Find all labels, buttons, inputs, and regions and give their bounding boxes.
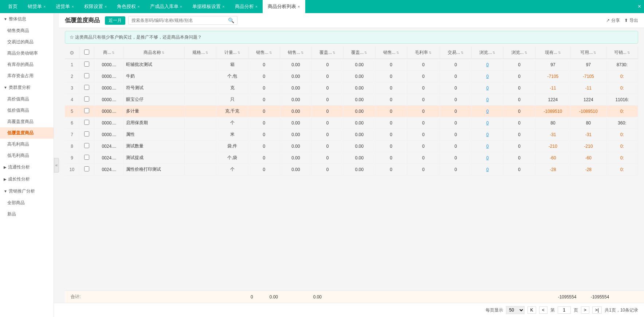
sort-stock2-icon[interactable]: ⇅ bbox=[593, 51, 596, 55]
close-role-auth-icon[interactable]: × bbox=[137, 4, 140, 9]
close-all-tabs-icon[interactable]: × bbox=[638, 3, 641, 10]
nav-permission-settings[interactable]: 权限设置 × bbox=[79, 0, 112, 13]
table-cell bbox=[185, 94, 216, 106]
nav-product-analysis[interactable]: 商品分析 × bbox=[230, 0, 263, 13]
sidebar-section-overall[interactable]: ▼ 整体信息 bbox=[0, 13, 54, 25]
close-finished-goods-icon[interactable]: × bbox=[180, 4, 182, 9]
col-gear[interactable]: ⚙ bbox=[65, 47, 79, 59]
share-button[interactable]: ↗ 分享 bbox=[606, 17, 620, 24]
search-icon[interactable]: 🔍 bbox=[228, 17, 234, 23]
close-purchase-order-icon[interactable]: × bbox=[71, 4, 74, 9]
col-sales3[interactable]: 销售...⇅ bbox=[375, 47, 407, 59]
nav-template-settings[interactable]: 单据模板设置 × bbox=[187, 0, 229, 13]
nav-finished-goods[interactable]: 产成品入库单 × bbox=[145, 0, 187, 13]
sidebar-item-low-coverage[interactable]: 低覆盖度商品 bbox=[0, 127, 54, 139]
nav-home[interactable]: 首页 bbox=[3, 0, 23, 13]
table-cell[interactable] bbox=[79, 94, 94, 106]
sidebar-item-high-coverage[interactable]: 高覆盖度商品 bbox=[0, 116, 54, 127]
sort-name-icon[interactable]: ⇅ bbox=[162, 51, 165, 55]
table-cell: 0 bbox=[472, 140, 503, 152]
sort-browse2-icon[interactable]: ⇅ bbox=[525, 51, 527, 55]
sidebar-section-growth[interactable]: ▶ 成长性分析 bbox=[0, 173, 54, 185]
table-cell: -7105 bbox=[571, 71, 606, 82]
col-cover2[interactable]: 覆盖...⇅ bbox=[343, 47, 375, 59]
sidebar-item-new-products[interactable]: 新品 bbox=[0, 209, 54, 220]
sort-code-icon[interactable]: ⇅ bbox=[112, 51, 115, 55]
table-cell[interactable] bbox=[79, 71, 94, 82]
table-cell[interactable] bbox=[79, 140, 94, 152]
table-cell[interactable] bbox=[79, 164, 94, 175]
col-code[interactable]: 商...⇅ bbox=[94, 47, 124, 59]
sidebar-item-stocked-products[interactable]: 有库存的商品 bbox=[0, 59, 54, 70]
table-cell[interactable] bbox=[79, 59, 94, 71]
col-profit[interactable]: 毛利率⇅ bbox=[407, 47, 440, 59]
table-cell[interactable] bbox=[79, 152, 94, 164]
col-sales2[interactable]: 销售...⇅ bbox=[280, 47, 311, 59]
sort-profit-icon[interactable]: ⇅ bbox=[429, 51, 432, 55]
sidebar-item-low-margin[interactable]: 低毛利商品 bbox=[0, 150, 54, 161]
sort-cover2-icon[interactable]: ⇅ bbox=[364, 51, 367, 55]
page-number-input[interactable] bbox=[558, 306, 571, 314]
table-cell[interactable] bbox=[79, 82, 94, 94]
next-page-button[interactable]: > bbox=[581, 306, 589, 314]
table-cell[interactable] bbox=[79, 129, 94, 140]
sort-sales1-icon[interactable]: ⇅ bbox=[269, 51, 272, 55]
col-browse2[interactable]: 浏览...⇅ bbox=[503, 47, 535, 59]
prev-page-button[interactable]: < bbox=[539, 306, 547, 314]
col-unit[interactable]: 计量...⇅ bbox=[216, 47, 248, 59]
first-page-button[interactable]: K bbox=[527, 306, 536, 314]
select-all-checkbox[interactable] bbox=[84, 49, 89, 55]
last-page-button[interactable]: >| bbox=[592, 306, 602, 314]
table-cell: -31 bbox=[571, 129, 606, 140]
col-name[interactable]: 商品名称⇅ bbox=[124, 47, 185, 59]
sidebar-item-stock-capital[interactable]: 库存资金占用 bbox=[0, 70, 54, 82]
sort-sales2-icon[interactable]: ⇅ bbox=[301, 51, 304, 55]
close-product-analysis-icon[interactable]: × bbox=[255, 4, 258, 9]
search-input[interactable] bbox=[131, 18, 228, 23]
col-cover1[interactable]: 覆盖...⇅ bbox=[312, 47, 343, 59]
col-sales1[interactable]: 销售...⇅ bbox=[248, 47, 280, 59]
sort-stock3-icon[interactable]: ⇅ bbox=[627, 51, 630, 55]
sidebar-section-cluster[interactable]: ▼ 类群度分析 bbox=[0, 82, 54, 94]
sort-browse1-icon[interactable]: ⇅ bbox=[492, 51, 495, 55]
sidebar-item-high-margin[interactable]: 高毛利商品 bbox=[0, 139, 54, 150]
sidebar-collapse-button[interactable]: « bbox=[54, 158, 59, 173]
table-cell: 0 bbox=[440, 106, 472, 117]
sort-cover1-icon[interactable]: ⇅ bbox=[333, 51, 335, 55]
nav-product-analysis-list[interactable]: 商品分析列表 × bbox=[263, 0, 305, 13]
col-spec[interactable]: 规格...⇅ bbox=[185, 47, 216, 59]
col-browse1[interactable]: 浏览...⇅ bbox=[472, 47, 503, 59]
sidebar-section-circulation[interactable]: ▶ 流通性分析 bbox=[0, 161, 54, 173]
col-stock3[interactable]: 可销...⇅ bbox=[606, 47, 638, 59]
sidebar-item-all-products[interactable]: 全部商品 bbox=[0, 197, 54, 209]
gear-settings-icon[interactable]: ⚙ bbox=[70, 50, 74, 56]
sort-stock1-icon[interactable]: ⇅ bbox=[558, 51, 561, 55]
sidebar-item-low-value[interactable]: 低价值商品 bbox=[0, 105, 54, 116]
sort-sales3-icon[interactable]: ⇅ bbox=[396, 51, 399, 55]
sort-trade-icon[interactable]: ⇅ bbox=[461, 51, 464, 55]
close-permission-settings-icon[interactable]: × bbox=[105, 4, 107, 9]
nav-sales-order[interactable]: 销货单 × bbox=[23, 0, 51, 13]
sidebar-item-traded-products[interactable]: 交易过的商品 bbox=[0, 36, 54, 48]
col-stock1[interactable]: 现有...⇅ bbox=[535, 47, 570, 59]
sidebar-section-marketing[interactable]: ▼ 营销推广分析 bbox=[0, 185, 54, 197]
table-cell[interactable] bbox=[79, 106, 94, 117]
col-stock2[interactable]: 可用...⇅ bbox=[571, 47, 606, 59]
sidebar-item-sales-products[interactable]: 销售类商品 bbox=[0, 25, 54, 36]
col-checkbox[interactable] bbox=[79, 47, 94, 59]
export-button[interactable]: ⬆ 导出 bbox=[624, 17, 638, 24]
sort-unit-icon[interactable]: ⇅ bbox=[237, 51, 240, 55]
close-template-settings-icon[interactable]: × bbox=[222, 4, 224, 9]
col-trade[interactable]: 交易...⇅ bbox=[440, 47, 472, 59]
table-cell[interactable] bbox=[79, 117, 94, 129]
per-page-select[interactable]: 50 100 bbox=[506, 306, 525, 314]
sidebar-item-high-value[interactable]: 高价值商品 bbox=[0, 94, 54, 105]
table-wrapper[interactable]: ⚙ 商...⇅ 商品名称⇅ 规格...⇅ 计量...⇅ 销售...⇅ 销售...… bbox=[65, 47, 638, 290]
close-sales-order-icon[interactable]: × bbox=[43, 4, 46, 9]
close-product-analysis-list-icon[interactable]: × bbox=[298, 4, 300, 9]
time-filter-button[interactable]: 近一月 bbox=[105, 16, 125, 25]
sort-spec-icon[interactable]: ⇅ bbox=[205, 51, 208, 55]
nav-role-auth[interactable]: 角色授权 × bbox=[112, 0, 145, 13]
nav-purchase-order[interactable]: 进货单 × bbox=[51, 0, 79, 13]
sidebar-item-category-turnover[interactable]: 商品分类动销率 bbox=[0, 48, 54, 59]
